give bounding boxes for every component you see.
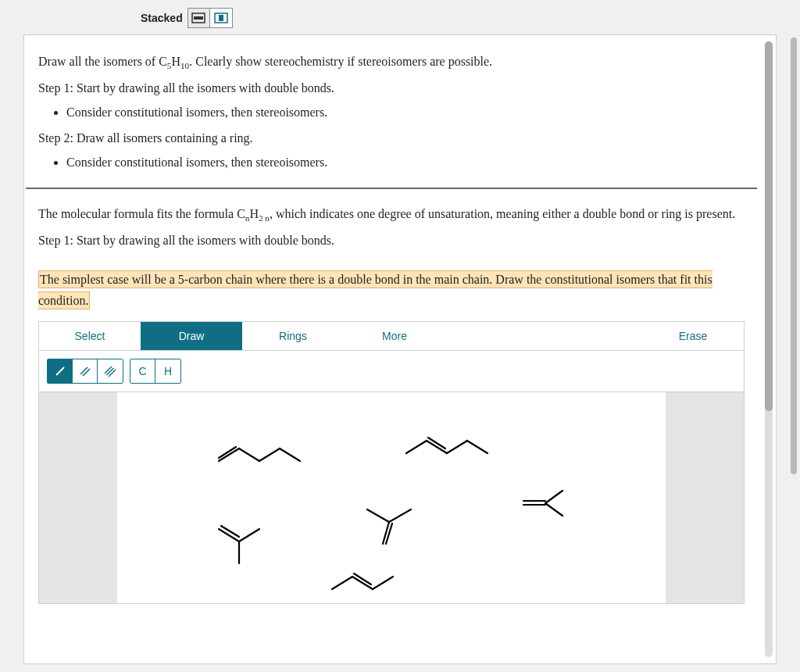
svg-line-9 bbox=[109, 370, 116, 377]
svg-line-6 bbox=[83, 369, 90, 376]
view-toggles bbox=[188, 8, 233, 28]
svg-line-32 bbox=[332, 577, 352, 589]
single-bond-icon bbox=[54, 365, 66, 377]
explain-step1: Step 1: Start by drawing all the isomers… bbox=[38, 231, 745, 250]
canvas-wrap bbox=[39, 392, 744, 603]
double-bond-icon bbox=[79, 365, 91, 377]
carbon-atom-button[interactable]: C bbox=[130, 359, 155, 383]
frame-scrollbar[interactable] bbox=[765, 41, 773, 657]
triple-bond-icon bbox=[104, 365, 116, 377]
svg-rect-1 bbox=[194, 16, 203, 20]
section-divider bbox=[26, 188, 757, 189]
svg-line-10 bbox=[219, 449, 239, 461]
svg-line-14 bbox=[280, 449, 300, 461]
view-vertical-button[interactable] bbox=[210, 9, 232, 27]
view-mode-bar: Stacked bbox=[141, 8, 233, 28]
content-scroll-area: Draw all the isomers of C5H10. Clearly s… bbox=[24, 35, 759, 663]
drawing-tabs: Select Draw Rings More Erase bbox=[39, 322, 744, 351]
view-horizontal-button[interactable] bbox=[188, 9, 210, 27]
step2-text: Step 2: Draw all isomers containing a ri… bbox=[38, 129, 745, 148]
svg-line-31 bbox=[545, 503, 562, 516]
svg-line-24 bbox=[367, 509, 389, 522]
tab-more[interactable]: More bbox=[344, 322, 445, 350]
svg-line-12 bbox=[239, 449, 259, 461]
question-intro: Draw all the isomers of C5H10. Clearly s… bbox=[38, 52, 745, 73]
step1-text: Step 1: Start by drawing all the isomers… bbox=[38, 79, 745, 98]
tab-rings[interactable]: Rings bbox=[242, 322, 344, 350]
explain-text: The molecular formula fits the formula C… bbox=[38, 205, 745, 225]
svg-line-8 bbox=[107, 368, 114, 375]
svg-line-13 bbox=[259, 449, 280, 461]
svg-line-5 bbox=[80, 367, 88, 374]
step1-bullet: Consider constitutional isomers, then st… bbox=[66, 102, 745, 123]
svg-line-26 bbox=[383, 522, 389, 544]
page-scrollbar[interactable] bbox=[791, 38, 797, 661]
svg-line-18 bbox=[447, 441, 467, 453]
tab-draw[interactable]: Draw bbox=[141, 322, 242, 350]
svg-rect-3 bbox=[219, 15, 223, 21]
svg-line-30 bbox=[545, 491, 562, 503]
svg-line-15 bbox=[406, 441, 427, 453]
vertical-layout-icon bbox=[214, 13, 228, 23]
svg-line-19 bbox=[467, 441, 488, 453]
page-scrollbar-thumb[interactable] bbox=[791, 38, 797, 474]
bond-toolbar: C H bbox=[39, 351, 744, 392]
content-frame: Draw all the isomers of C5H10. Clearly s… bbox=[23, 34, 777, 664]
svg-line-35 bbox=[373, 577, 393, 589]
step2-bullet: Consider constitutional isomers, then st… bbox=[66, 152, 745, 173]
tab-erase[interactable]: Erase bbox=[642, 322, 744, 350]
stacked-label: Stacked bbox=[141, 12, 183, 24]
hydrogen-atom-button[interactable]: H bbox=[155, 359, 180, 383]
tab-select[interactable]: Select bbox=[39, 322, 141, 350]
horizontal-layout-icon bbox=[191, 13, 205, 23]
molecule-drawings bbox=[117, 392, 664, 603]
svg-line-25 bbox=[389, 509, 411, 522]
canvas-right-margin bbox=[666, 392, 744, 603]
highlighted-instruction: The simplest case will be a 5-carbon cha… bbox=[38, 269, 745, 311]
double-bond-button[interactable] bbox=[73, 359, 98, 383]
svg-line-7 bbox=[105, 366, 112, 374]
triple-bond-button[interactable] bbox=[98, 359, 123, 383]
svg-line-22 bbox=[239, 529, 259, 542]
single-bond-button[interactable] bbox=[48, 359, 73, 383]
drawing-canvas[interactable] bbox=[117, 392, 666, 603]
svg-line-4 bbox=[56, 367, 64, 375]
canvas-left-margin bbox=[39, 392, 117, 603]
frame-scrollbar-thumb[interactable] bbox=[765, 41, 773, 411]
drawing-widget: Select Draw Rings More Erase bbox=[38, 321, 745, 604]
